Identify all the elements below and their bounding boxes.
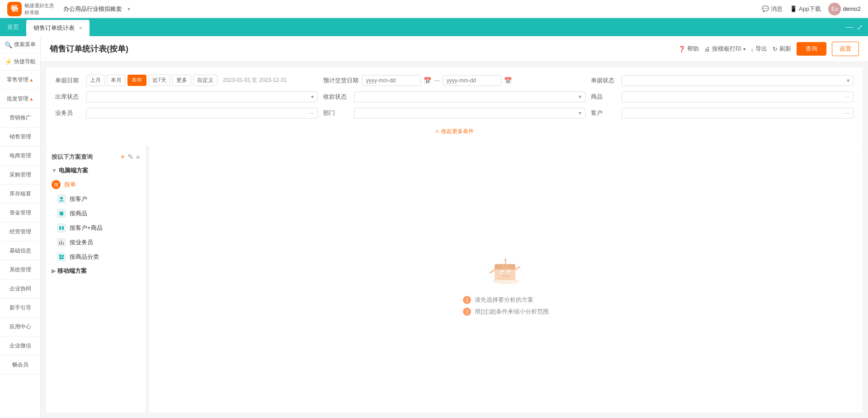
salesperson-more-icon[interactable]: ···: [309, 110, 314, 116]
query-row-2: 出库状态 ▾ 收款状态 ▾ 商品: [55, 91, 854, 102]
sidebar-item-operations[interactable]: 经营管理: [0, 223, 40, 242]
query-section: 单据日期 上月 本月 本年 近7天 更多 自定义 2023-01-01 至 20…: [46, 67, 863, 146]
expected-date-field: 预计交货日期 📅 — 📅: [323, 75, 586, 86]
calendar-icon-end[interactable]: 📅: [504, 77, 512, 84]
date-btn-more[interactable]: 更多: [172, 75, 191, 86]
payment-label: 收款状态: [323, 93, 350, 101]
right-panel: 1 请先选择要分析的方案 2 用[过滤]条件来缩小分析范围: [149, 146, 863, 413]
sidebar-item-basic-info[interactable]: 基础信息: [0, 242, 40, 261]
add-scheme-btn[interactable]: +: [121, 153, 125, 161]
date-filter-group: 上月 本月 本年 近7天 更多 自定义: [86, 75, 217, 86]
print-dropdown-icon: ▾: [743, 47, 745, 52]
payment-select[interactable]: ▾: [354, 91, 586, 102]
expected-date-start[interactable]: [362, 75, 421, 86]
app-download-btn[interactable]: 📱 App下载: [790, 5, 821, 13]
sidebar-nav-label: 快捷导航: [14, 58, 36, 66]
sidebar-item-enterprise[interactable]: 企业协同: [0, 280, 40, 299]
customer-more-icon[interactable]: ···: [845, 110, 849, 116]
tab-minimize-icon[interactable]: —: [846, 23, 853, 31]
tab-sales-report[interactable]: 销售订单统计表 ×: [26, 20, 90, 36]
help-btn[interactable]: ❓ 帮助: [678, 45, 699, 53]
date-btn-custom[interactable]: 自定义: [193, 75, 217, 86]
scheme-by-order[interactable]: 按 按单: [46, 177, 146, 192]
app-title-dropdown-icon[interactable]: ▾: [127, 6, 130, 12]
sidebar-item-sales[interactable]: 销售管理: [0, 128, 40, 147]
settings-button[interactable]: 设置: [832, 42, 859, 56]
query-button[interactable]: 查询: [797, 42, 826, 56]
department-label: 部门: [323, 109, 350, 117]
scheme-by-goods[interactable]: 按商品: [46, 206, 146, 221]
query-row-3: 业务员 ··· 部门 ▾ 客户: [55, 108, 854, 119]
sidebar-item-finance[interactable]: 资金管理: [0, 204, 40, 223]
svg-rect-7: [59, 255, 61, 257]
edit-scheme-btn[interactable]: ✎: [127, 152, 133, 161]
left-panel: 按以下方案查询 + ✎ « ▼ 电脑端方案 按 按单: [46, 146, 146, 413]
sidebar-item-wholesale[interactable]: 批发管理 ▲: [0, 90, 40, 109]
svg-rect-3: [62, 226, 64, 230]
goods-more-icon[interactable]: ···: [845, 94, 849, 100]
salesperson-field: 业务员 ···: [55, 108, 318, 119]
scheme-by-customer[interactable]: 按客户: [46, 192, 146, 206]
hint-num-1: 1: [463, 296, 471, 304]
doc-status-select[interactable]: ▾: [622, 75, 854, 86]
department-dropdown-icon: ▾: [579, 110, 581, 116]
mobile-schemes-section[interactable]: ▶ 移动端方案: [46, 264, 146, 278]
tab-expand-icon[interactable]: ⤢: [857, 23, 863, 32]
tab-close-icon[interactable]: ×: [79, 25, 82, 31]
doc-status-field: 单据状态 ▾: [591, 75, 854, 86]
date-btn-7days[interactable]: 近7天: [148, 75, 170, 86]
scheme-by-salesperson[interactable]: 按业务员: [46, 235, 146, 250]
sidebar-item-wechat[interactable]: 企业微信: [0, 337, 40, 356]
tab-home[interactable]: 首页: [0, 18, 26, 36]
user-name: demo2: [843, 5, 861, 12]
date-range-text: 2023-01-01 至 2023-12-31: [223, 76, 287, 84]
retail-expand-icon: ▲: [29, 77, 34, 82]
top-bar: 畅 畅捷通好生意 标准版 办公用品行业模拟账套 ▾ 💬 消息 📱 App下载 E…: [0, 0, 868, 18]
sidebar-search-label: 搜索菜单: [14, 41, 36, 48]
collapse-panel-btn[interactable]: «: [136, 153, 140, 161]
pc-schemes-section[interactable]: ▼ 电脑端方案: [46, 164, 146, 177]
calendar-icon-start[interactable]: 📅: [424, 77, 431, 84]
sidebar-item-retail[interactable]: 零售管理 ▲: [0, 71, 40, 90]
sidebar-item-marketing[interactable]: 营销推广: [0, 109, 40, 128]
sidebar-item-purchase[interactable]: 采购管理: [0, 166, 40, 185]
scheme-by-goods-category[interactable]: 按商品分类: [46, 250, 146, 264]
scheme-by-customer-goods[interactable]: 按客户+商品: [46, 221, 146, 235]
sidebar-item-member[interactable]: 畅会员: [0, 356, 40, 375]
sidebar-item-system[interactable]: 系统管理: [0, 261, 40, 280]
logo-text: 畅捷通好生意 标准版: [24, 2, 54, 15]
svg-rect-8: [62, 255, 64, 257]
collapse-bar[interactable]: ∧ 收起更多条件: [55, 124, 854, 139]
sidebar-item-ecommerce[interactable]: 电商管理: [0, 147, 40, 166]
content-area: 销售订单统计表(按单) ❓ 帮助 🖨 按模板打印 ▾ ↓ 导出 ↻ 刷新: [41, 36, 868, 418]
date-btn-this-year[interactable]: 本年: [127, 75, 146, 86]
sidebar-item-app-center[interactable]: 应用中心: [0, 318, 40, 337]
by-goods-category-icon: [57, 252, 66, 261]
sidebar-item-inventory[interactable]: 库存核算: [0, 185, 40, 204]
goods-select[interactable]: ···: [622, 91, 854, 102]
date-btn-last-month[interactable]: 上月: [86, 75, 105, 86]
panel-header-actions: + ✎ «: [121, 152, 140, 161]
department-select[interactable]: ▾: [354, 108, 586, 119]
export-btn[interactable]: ↓ 导出: [751, 45, 768, 53]
customer-label: 客户: [591, 109, 618, 117]
sidebar-search[interactable]: 🔍 搜索菜单: [0, 36, 40, 53]
sidebar-item-newbie[interactable]: 新手引导: [0, 299, 40, 318]
salesperson-select[interactable]: ···: [86, 108, 318, 119]
user-area[interactable]: Ea demo2: [828, 3, 861, 15]
date-btn-this-month[interactable]: 本月: [107, 75, 126, 86]
sidebar-nav[interactable]: ⚡ 快捷导航: [0, 53, 40, 71]
mobile-schemes-label: 移动端方案: [57, 267, 87, 275]
expected-date-end[interactable]: [443, 75, 501, 86]
hint-text-1: 请先选择要分析的方案: [475, 296, 533, 304]
shipment-select[interactable]: ▾: [86, 91, 318, 102]
hint-item-1: 1 请先选择要分析的方案: [463, 296, 548, 304]
refresh-btn[interactable]: ↻ 刷新: [773, 45, 791, 53]
svg-point-19: [505, 258, 507, 261]
print-btn[interactable]: 🖨 按模板打印 ▾: [704, 45, 745, 53]
svg-rect-1: [60, 212, 63, 215]
customer-select[interactable]: ···: [622, 108, 854, 119]
message-btn[interactable]: 💬 消息: [762, 5, 783, 13]
doc-date-field: 单据日期 上月 本月 本年 近7天 更多 自定义 2023-01-01 至 20…: [55, 75, 318, 86]
by-customer-icon: [57, 195, 66, 204]
